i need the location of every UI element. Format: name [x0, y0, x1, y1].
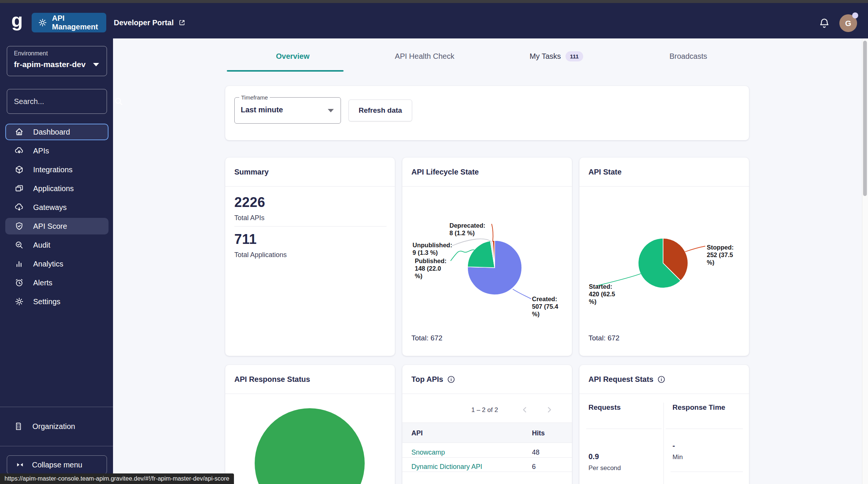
shield-check-icon [14, 221, 24, 231]
gravitee-logo: g [11, 10, 29, 32]
card-title: Top APIs [411, 375, 443, 384]
total-apis-label: Total APIs [234, 214, 264, 222]
sidebar-item-api-score[interactable]: API Score [5, 218, 108, 234]
column-api: API [411, 429, 423, 437]
table-header-row: API Hits [402, 423, 572, 443]
search-input[interactable] [7, 97, 114, 106]
sidebar-item-label: Settings [33, 297, 60, 306]
dashboard-tabs: Overview API Health Check My Tasks 111 B… [227, 41, 754, 72]
avatar-initial: G [845, 19, 851, 28]
my-tasks-count-badge: 111 [565, 51, 583, 61]
sidebar-item-label: Integrations [33, 165, 73, 174]
collapse-menu-button[interactable]: Collapse menu [7, 455, 107, 474]
scrollbar-track[interactable] [862, 38, 868, 484]
response-time-min-value: - [672, 441, 675, 450]
notifications-bell-icon[interactable] [818, 17, 830, 29]
pie-label-stopped: Stopped: 252 (37.5 %) [707, 244, 734, 266]
api-link[interactable]: Dynamic Dictionary API [411, 463, 482, 471]
leader-line-deprecated [492, 224, 493, 242]
sidebar-item-label: APIs [33, 147, 49, 155]
tab-api-health-check[interactable]: API Health Check [359, 41, 491, 72]
timeframe-value: Last minute [241, 106, 283, 114]
api-state-card: API State Stopped: 252 (37.5 %) Started:… [579, 158, 749, 356]
sidebar-item-alerts[interactable]: Alerts [5, 274, 108, 291]
pie-label-started: Started: 420 (62.5 %) [589, 283, 615, 305]
hits-value: 48 [532, 449, 539, 456]
external-link-icon [178, 19, 186, 26]
sidebar-item-gateways[interactable]: Gateways [5, 199, 108, 216]
chart-total: Total: 672 [588, 334, 619, 342]
sidebar-item-integrations[interactable]: Integrations [5, 161, 108, 178]
card-title: API State [588, 168, 622, 176]
tab-label: My Tasks [530, 52, 561, 61]
card-title: API Request Stats [588, 375, 653, 384]
divider [402, 186, 572, 187]
requests-per-second-unit: Per second [588, 464, 621, 472]
api-request-stats-card: API Request Stats Requests Response Time… [579, 365, 749, 484]
sidebar-item-settings[interactable]: Settings [5, 293, 108, 310]
sidebar-divider [0, 407, 113, 407]
total-applications-label: Total Applications [234, 251, 287, 259]
top-bar: g API Management Developer Portal G [0, 3, 868, 38]
api-link[interactable]: Snowcamp [411, 449, 445, 456]
sidebar-item-dashboard[interactable]: Dashboard [5, 124, 108, 140]
sidebar-item-label: Analytics [33, 260, 63, 268]
tab-broadcasts[interactable]: Broadcasts [622, 41, 754, 72]
tab-my-tasks[interactable]: My Tasks 111 [491, 41, 622, 72]
divider [234, 226, 387, 227]
info-icon[interactable] [657, 375, 666, 384]
sidebar-item-audit[interactable]: Audit [5, 237, 108, 253]
hits-value: 6 [532, 463, 536, 471]
window-chrome-strip [0, 0, 868, 3]
environment-value: fr-apim-master-dev [14, 60, 86, 69]
chevron-right-icon[interactable] [545, 405, 554, 414]
package-icon [14, 165, 24, 175]
search-icon [114, 96, 124, 106]
refresh-data-button[interactable]: Refresh data [348, 100, 412, 121]
sidebar-item-label: Dashboard [33, 128, 70, 136]
apim-console-screen: g API Management Developer Portal G Envi… [0, 0, 868, 484]
gear-icon [14, 297, 24, 306]
sidebar-divider [0, 446, 113, 446]
card-title: Summary [234, 168, 269, 176]
sidebar-item-applications[interactable]: Applications [5, 180, 108, 197]
tab-overview[interactable]: Overview [227, 41, 359, 72]
api-lifecycle-pie-chart [402, 158, 572, 356]
chevron-down-icon [93, 63, 99, 66]
sidebar-item-organization[interactable]: Organization [5, 418, 108, 435]
row-divider [402, 457, 572, 458]
windows-icon [14, 184, 24, 193]
requests-column-title: Requests [588, 403, 621, 412]
timeframe-select[interactable]: Timeframe Last minute [234, 97, 341, 124]
response-time-min-unit: Min [672, 453, 683, 461]
api-response-status-card: API Response Status [225, 365, 395, 484]
tab-label: Broadcasts [669, 52, 707, 61]
pie-label-deprecated: Deprecated: 8 (1.2 %) [449, 222, 485, 237]
cloud-arrow-icon [14, 202, 24, 212]
pagination-range: 1 – 2 of 2 [471, 406, 498, 414]
info-icon[interactable] [447, 375, 455, 384]
response-time-column-title: Response Time [672, 403, 725, 412]
tab-label: Overview [276, 52, 310, 61]
scrollbar-thumb[interactable] [863, 41, 867, 196]
sidebar: Environment fr-apim-master-dev Dashboard [0, 38, 113, 484]
chevron-left-icon[interactable] [520, 405, 529, 414]
leader-line-unpublished [452, 239, 491, 246]
summary-card: Summary 2226 Total APIs 711 Total Applic… [225, 158, 395, 356]
link-preview-url: https://apim-master-console.team-apim.gr… [5, 475, 229, 482]
divider [579, 186, 749, 187]
sidebar-item-apis[interactable]: APIs [5, 142, 108, 159]
api-lifecycle-state-card: API Lifecycle State Deprecated: 8 (1.2 %… [402, 158, 572, 356]
avatar-status-dot [852, 12, 858, 18]
sidebar-item-analytics[interactable]: Analytics [5, 256, 108, 272]
api-management-button[interactable]: API Management [32, 13, 106, 32]
environment-label: Environment [14, 50, 48, 57]
building-icon [14, 421, 23, 431]
leader-line-published [451, 250, 474, 261]
gear-icon [38, 18, 47, 28]
active-tab-underline [227, 70, 344, 72]
card-title: API Response Status [234, 375, 310, 384]
developer-portal-link[interactable]: Developer Portal [114, 13, 186, 32]
sidebar-menu: Dashboard APIs Integrations Applicat [5, 124, 108, 312]
environment-selector[interactable]: Environment fr-apim-master-dev [7, 46, 107, 76]
